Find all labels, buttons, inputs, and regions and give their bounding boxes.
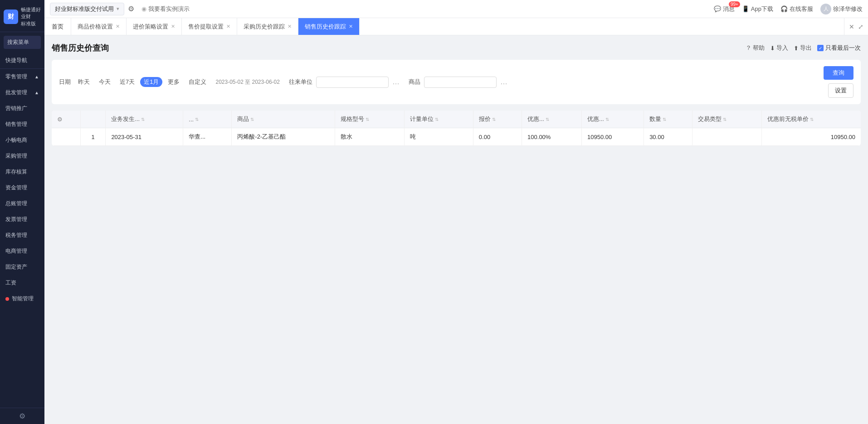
tax-label: 税务管理 <box>5 231 27 239</box>
sidebar-item-finance[interactable]: 资金管理 <box>0 180 44 196</box>
col-more-header[interactable]: ...⇅ <box>183 111 232 128</box>
col-unit-header[interactable]: 计量单位⇅ <box>404 111 473 128</box>
client-more-icon[interactable]: … <box>392 78 400 86</box>
sidebar-item-retail[interactable]: 零售管理 ▲ <box>0 69 44 85</box>
tab-home[interactable]: 首页 <box>44 18 71 35</box>
date-opt-7days[interactable]: 近7天 <box>116 77 138 87</box>
table-gear-icon[interactable]: ⚙ <box>57 116 63 123</box>
sidebar-item-invoice[interactable]: 发票管理 <box>0 212 44 227</box>
marketing-label: 营销推广 <box>5 105 27 112</box>
date-opt-custom[interactable]: 自定义 <box>185 77 210 87</box>
cell-discount-pct-0: 100.00% <box>522 128 582 146</box>
only-last-checkbox-label[interactable]: ✓ 只看最后一次 <box>817 44 861 52</box>
tab-sales-history-close-icon[interactable]: ✕ <box>349 24 353 29</box>
col-gear-header[interactable]: ⚙ <box>52 111 80 128</box>
tab-price-close-icon[interactable]: ✕ <box>116 24 120 29</box>
service-label: 在线客服 <box>790 5 813 13</box>
date-opt-today[interactable]: 今天 <box>95 77 114 87</box>
col-spec-header[interactable]: 规格型号⇅ <box>335 111 404 128</box>
qty-sort-icon: ⇅ <box>663 117 666 122</box>
query-button[interactable]: 查询 <box>824 66 853 80</box>
message-button[interactable]: 💬 消息 99+ <box>714 5 735 13</box>
tab-sales-history[interactable]: 销售历史价跟踪 ✕ <box>298 18 360 35</box>
tab-purchase-strategy-label: 进价策略设置 <box>133 23 168 31</box>
client-input[interactable] <box>316 77 389 88</box>
cell-trade-type-0 <box>692 128 761 146</box>
data-table: ⚙ 业务发生...⇅ ...⇅ 商品⇅ 规格型号⇅ <box>52 111 861 146</box>
date-options: 昨天 今天 近7天 近1月 更多 自定义 <box>74 77 210 87</box>
topbar-right: 💬 消息 99+ 📱 App下载 🎧 在线客服 人 徐泽华修改 <box>714 4 863 14</box>
sidebar-item-sales[interactable]: 销售管理 <box>0 116 44 132</box>
product-input[interactable] <box>424 77 497 88</box>
sidebar-item-ecommerce-small[interactable]: 小畅电商 <box>0 132 44 148</box>
tab-sale-extract-label: 售价提取设置 <box>188 23 224 31</box>
cell-product-0: 丙烯酸-2-乙基己酯 <box>232 128 335 146</box>
search-menu-button[interactable]: 搜索菜单 <box>4 36 41 49</box>
sidebar-item-wholesale[interactable]: 批发管理 ▲ <box>0 85 44 101</box>
price-sort-icon: ⇅ <box>492 117 496 122</box>
date-range-display: 2023-05-02 至 2023-06-02 <box>215 78 279 86</box>
quick-nav-label: 快捷导航 <box>5 57 27 64</box>
sidebar-item-purchase[interactable]: 采购管理 <box>0 148 44 164</box>
col-trade-type-header[interactable]: 交易类型⇅ <box>692 111 761 128</box>
online-service-button[interactable]: 🎧 在线客服 <box>780 5 813 13</box>
table-body: 1 2023-05-31 华查... 丙烯酸-2-乙基己酯 散水 吨 0.00 … <box>52 128 861 146</box>
trade-type-sort-icon: ⇅ <box>723 117 727 122</box>
sidebar-settings-icon[interactable]: ⚙ <box>19 412 25 420</box>
page-content: 销售历史价查询 ？ 帮助 ⬇ 导入 ⬆ 导出 ✓ 只看最后一次 <box>44 35 868 424</box>
date-opt-yesterday[interactable]: 昨天 <box>74 77 93 87</box>
cell-spec-0: 散水 <box>335 128 404 146</box>
tab-sale-extract[interactable]: 售价提取设置 ✕ <box>182 18 237 35</box>
module-selector[interactable]: 好业财标准版交付试用 ▾ <box>50 3 124 15</box>
sidebar-item-payroll[interactable]: 工资 <box>0 275 44 291</box>
tab-price[interactable]: 商品价格设置 ✕ <box>71 18 127 35</box>
tab-purchase-history-close-icon[interactable]: ✕ <box>288 24 292 29</box>
sidebar-item-fixed-assets[interactable]: 固定资产 <box>0 259 44 275</box>
sidebar-item-marketing[interactable]: 营销推广 <box>0 101 44 116</box>
sidebar-item-inventory[interactable]: 库存核算 <box>0 164 44 180</box>
cell-pretax-price-0: 10950.00 <box>761 128 861 146</box>
tab-purchase-strategy[interactable]: 进价策略设置 ✕ <box>127 18 182 35</box>
sidebar-item-quick-nav[interactable]: 快捷导航 <box>0 53 44 68</box>
date-opt-1month[interactable]: 近1月 <box>140 77 162 87</box>
date-opt-more[interactable]: 更多 <box>164 77 183 87</box>
col-discount-pct-header[interactable]: 优惠...⇅ <box>522 111 582 128</box>
export-link[interactable]: ⬆ 导出 <box>794 44 812 52</box>
discount-amt-sort-icon: ⇅ <box>605 117 609 122</box>
col-price-header[interactable]: 报价⇅ <box>473 111 522 128</box>
cell-price-0: 0.00 <box>473 128 522 146</box>
import-label: 导入 <box>776 44 788 52</box>
ecommerce-label: 电商管理 <box>5 247 27 255</box>
app-download-button[interactable]: 📱 App下载 <box>742 5 773 13</box>
sidebar-item-smart[interactable]: 智能管理 <box>0 291 44 307</box>
help-link[interactable]: ？ 帮助 <box>746 44 765 52</box>
col-discount-amt-header[interactable]: 优惠...⇅ <box>582 111 644 128</box>
inventory-label: 库存核算 <box>5 168 27 176</box>
demo-link[interactable]: ◉ 我要看实例演示 <box>141 5 190 13</box>
settings-button[interactable]: 设置 <box>828 83 853 98</box>
product-more-icon[interactable]: … <box>500 78 507 86</box>
col-product-header[interactable]: 商品⇅ <box>232 111 335 128</box>
sidebar: 财 畅捷通好业财 标准版 搜索菜单 快捷导航 零售管理 ▲ 批发管理 ▲ 营销推… <box>0 0 44 424</box>
tab-purchase-strategy-close-icon[interactable]: ✕ <box>171 24 175 29</box>
user-menu-button[interactable]: 人 徐泽华修改 <box>820 4 863 14</box>
window-close-icon[interactable]: ✕ <box>849 23 854 30</box>
col-bizdate-header[interactable]: 业务发生...⇅ <box>106 111 183 128</box>
sidebar-nav-section: 零售管理 ▲ 批发管理 ▲ 营销推广 销售管理 小畅电商 采购管理 库存核算 资… <box>0 68 44 307</box>
window-maximize-icon[interactable]: ⤢ <box>858 23 863 30</box>
cell-unit-0: 吨 <box>404 128 473 146</box>
sidebar-item-ledger[interactable]: 总账管理 <box>0 196 44 212</box>
topbar-settings-icon[interactable]: ⚙ <box>128 5 134 13</box>
import-link[interactable]: ⬇ 导入 <box>770 44 788 52</box>
export-icon: ⬆ <box>794 45 799 52</box>
sidebar-item-tax[interactable]: 税务管理 <box>0 227 44 243</box>
tab-sale-extract-close-icon[interactable]: ✕ <box>226 24 230 29</box>
wholesale-arrow-icon: ▲ <box>34 90 39 95</box>
col-pretax-price-header[interactable]: 优惠前无税单价⇅ <box>761 111 861 128</box>
window-controls: ✕ ⤢ <box>844 18 868 35</box>
product-filter-group: 商品 … <box>409 77 507 88</box>
tab-purchase-history[interactable]: 采购历史价跟踪 ✕ <box>237 18 298 35</box>
col-qty-header[interactable]: 数量⇅ <box>644 111 692 128</box>
message-icon: 💬 <box>714 5 721 12</box>
sidebar-item-ecommerce[interactable]: 电商管理 <box>0 243 44 259</box>
